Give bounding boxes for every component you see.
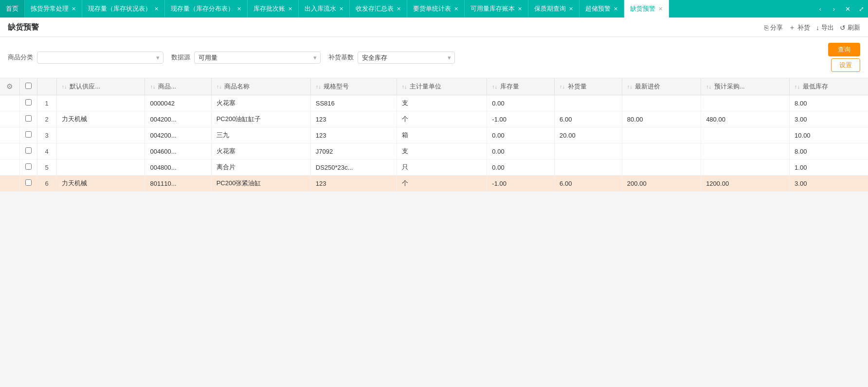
page-content: 缺货预警 ⎘ 分享 ＋ 补货 ↓ 导出 ↺ 刷新 商品分类 [0,18,868,192]
tab-shortage[interactable]: 缺货预警 ✕ [624,0,669,18]
tab-available-stock[interactable]: 可用量库存账本 ✕ [465,0,528,18]
row-unit: 只 [397,159,487,176]
category-filter-group: 商品分类 [8,52,163,64]
tab-next-button[interactable]: › [827,0,841,18]
query-button[interactable]: 查询 [828,43,860,56]
row-checkbox-cell [19,159,37,176]
table-row: 5 004800... 离合片 DS250*23c... 只 0.00 1.00 [0,159,868,176]
row-unit: 个 [397,176,487,192]
tab-bar: 首页 拣货异常处理 ✕ 现存量（库存状况表） ✕ 现存量（库存分布表） ✕ 库存… [0,0,868,18]
column-settings-icon[interactable]: ⚙ [6,82,13,90]
export-button[interactable]: ↓ 导出 [816,23,834,32]
row-supplier [56,95,145,111]
row-replenish: 6.00 [555,176,622,192]
th-estimated-purchase: ↑↓ 预计采购... [701,78,790,95]
tab-picking-exception[interactable]: 拣货异常处理 ✕ [25,0,82,18]
row-product-name: 火花塞 [211,143,310,159]
row-checkbox[interactable] [25,147,32,154]
select-all-checkbox[interactable] [25,83,32,89]
row-settings-cell [0,127,19,143]
row-checkbox[interactable] [25,115,32,122]
header-actions: ⎘ 分享 ＋ 补货 ↓ 导出 ↺ 刷新 [764,23,860,32]
share-icon: ⎘ [764,24,768,32]
row-replenish [555,95,622,111]
sort-icon: ↑↓ [492,84,497,89]
sort-icon: ↑↓ [706,84,711,89]
row-replenish: 6.00 [555,111,622,127]
tab-close-icon[interactable]: ✕ [339,6,344,12]
row-spec: 123 [310,176,397,192]
tab-close-icon[interactable]: ✕ [658,6,663,12]
tab-close-icon[interactable]: ✕ [569,6,573,12]
th-unit: ↑↓ 主计量单位 [397,78,487,95]
tab-inout-flow[interactable]: 出入库流水 ✕ [299,0,350,18]
tab-close-icon[interactable]: ✕ [518,6,522,12]
row-latest-price [622,143,701,159]
row-checkbox[interactable] [25,131,32,138]
th-num [37,78,56,95]
tab-inventory-distribution[interactable]: 现存量（库存分布表） ✕ [165,0,248,18]
row-supplier [56,159,145,176]
row-product-name: 三九 [211,127,310,143]
refresh-icon: ↺ [840,24,846,32]
row-supplier [56,127,145,143]
sort-icon: ↑↓ [316,84,321,89]
tab-home[interactable]: 首页 [0,0,25,18]
row-product-code: 004200... [145,127,211,143]
table-row: 6 力天机械 801110... PC200张紧油缸 123 个 -1.00 6… [0,176,868,192]
tab-close-icon[interactable]: ✕ [237,6,241,12]
tab-expand-button[interactable]: ⤢ [854,0,868,18]
settings-button[interactable]: 设置 [831,58,860,72]
sort-icon: ↑↓ [217,84,222,89]
row-stock: 0.00 [487,127,555,143]
row-unit: 箱 [397,127,487,143]
tab-receive-summary[interactable]: 收发存汇总表 ✕ [350,0,407,18]
row-checkbox[interactable] [25,99,32,106]
row-latest-price [622,159,701,176]
datasource-select[interactable]: 可用量 [194,52,321,64]
tab-close-all-button[interactable]: ✕ [841,0,854,18]
refresh-button[interactable]: ↺ 刷新 [840,23,860,32]
row-product-code: 004800... [145,159,211,176]
row-checkbox[interactable] [25,163,32,170]
export-icon: ↓ [816,24,819,32]
replenish-base-select[interactable]: 安全库存 [358,52,455,64]
tab-close-icon[interactable]: ✕ [397,6,401,12]
row-stock: -1.00 [487,176,555,192]
row-replenish [555,159,622,176]
tab-purchase-stats[interactable]: 要货单统计表 ✕ [407,0,465,18]
row-num: 1 [37,95,56,111]
row-settings-cell [0,95,19,111]
tab-prev-button[interactable]: ‹ [814,0,827,18]
table-row: 3 004200... 三九 123 箱 0.00 20.00 10.00 [0,127,868,143]
sort-icon: ↑↓ [627,84,633,89]
row-min-stock: 3.00 [790,176,868,192]
tab-overstock[interactable]: 超储预警 ✕ [579,0,624,18]
table-row: 1 0000042 火花塞 SS816 支 0.00 8.00 [0,95,868,111]
th-settings: ⚙ [0,78,19,95]
row-unit: 个 [397,111,487,127]
row-num: 2 [37,111,56,127]
category-select[interactable] [37,52,163,64]
row-settings-cell [0,159,19,176]
th-spec: ↑↓ 规格型号 [310,78,397,95]
row-supplier: 力天机械 [56,176,145,192]
tab-close-icon[interactable]: ✕ [614,6,618,12]
tab-inventory-status[interactable]: 现存量（库存状况表） ✕ [82,0,165,18]
tab-close-icon[interactable]: ✕ [72,6,76,12]
table-row: 2 力天机械 004200... PC200油缸缸子 123 个 -1.00 6… [0,111,868,127]
table-body: 1 0000042 火花塞 SS816 支 0.00 8.00 2 力天机械 0… [0,95,868,192]
tab-close-icon[interactable]: ✕ [288,6,292,12]
tab-close-icon[interactable]: ✕ [154,6,159,12]
row-product-code: 004600... [145,143,211,159]
sort-icon: ↑↓ [560,84,565,89]
row-checkbox[interactable] [25,179,32,186]
tab-close-icon[interactable]: ✕ [454,6,458,12]
row-stock: 0.00 [487,159,555,176]
share-button[interactable]: ⎘ 分享 [764,23,783,32]
row-estimated-purchase: 1200.00 [701,176,790,192]
tab-batch-account[interactable]: 库存批次账 ✕ [248,0,299,18]
table-header-row: ⚙ ↑↓ 默认供应... ↑↓ 商品... ↑↓ [0,78,868,95]
tab-shelf-life[interactable]: 保质期查询 ✕ [528,0,579,18]
replenish-button[interactable]: ＋ 补货 [789,23,810,32]
